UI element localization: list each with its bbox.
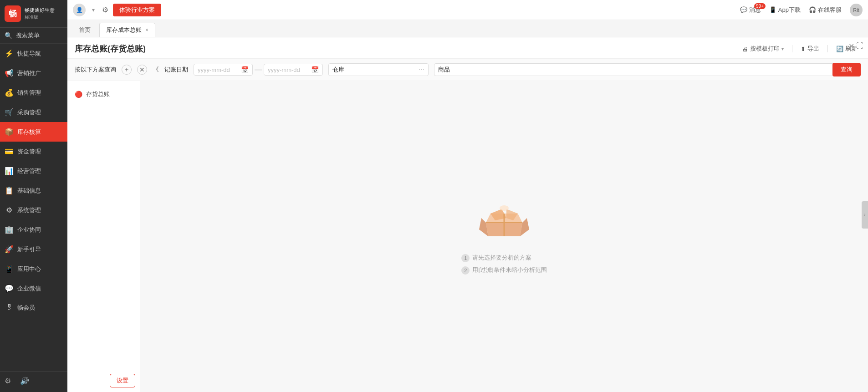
member-icon: 🎖 (5, 304, 14, 312)
date-label: 记账日期 (164, 66, 188, 74)
chevron-down-icon[interactable]: ▾ (92, 7, 95, 13)
filter-panel-item-label: 存货总账 (86, 90, 110, 98)
marketing-label: 营销推广 (17, 69, 41, 77)
page-header: 库存总账(存货总账) 🖨 按模板打印 ▾ ⬆ 导出 🔄 刷新 (67, 37, 868, 59)
settings-icon[interactable]: ⚙ (5, 377, 15, 387)
message-item[interactable]: 💬 消息 99+ (740, 6, 761, 14)
lower-area: 🔴 存货总账 设置 (67, 81, 868, 392)
date-separator: — (255, 66, 262, 74)
tab-home[interactable]: 首页 (72, 23, 97, 37)
empty-text-list: 1 请先选择要分析的方案 2 用[过滤]条件来缩小分析范围 (461, 254, 546, 278)
guide-icon: 🚀 (5, 245, 14, 254)
system-icon: ⚙ (5, 206, 14, 214)
header-settings-icon[interactable]: ⚙ (102, 5, 108, 14)
filter-collapse-icon[interactable]: 《 (153, 66, 159, 74)
date-end-placeholder: yyyy-mm-dd (268, 66, 300, 73)
sales-icon: 💰 (5, 88, 14, 97)
user-avatar-right: Rit (850, 4, 863, 16)
sidebar-search[interactable]: 🔍 搜索菜单 (0, 28, 67, 44)
corp-icon: 🏢 (5, 225, 14, 234)
operation-icon: 📊 (5, 167, 14, 175)
export-icon: ⬆ (801, 46, 806, 52)
settings-button[interactable]: 设置 (110, 374, 135, 387)
audio-icon[interactable]: 🔊 (20, 377, 31, 387)
inventory-icon: 📦 (5, 127, 14, 136)
warehouse-more-icon: ··· (419, 66, 424, 74)
sidebar: 畅 畅捷通好生意 标准版 🔍 搜索菜单 ⚡ 快捷导航 📢 营销推广 💰 销售管理… (0, 0, 67, 392)
wechat-label: 企业微信 (17, 285, 41, 293)
tab-label-home: 首页 (79, 26, 91, 34)
header-user-area: 👤 ▾ (73, 4, 95, 16)
sidebar-item-sales[interactable]: 💰 销售管理 (0, 83, 67, 102)
basic-icon: 📋 (5, 186, 14, 195)
warehouse-select[interactable]: 仓库 ··· (328, 63, 429, 76)
calendar-icon: 📅 (241, 66, 249, 73)
empty-tip-2-text: 用[过滤]条件来缩小分析范围 (472, 266, 546, 274)
date-end-input[interactable]: yyyy-mm-dd 📅 (264, 64, 323, 76)
sidebar-item-marketing[interactable]: 📢 营销推广 (0, 63, 67, 83)
member-label: 畅会员 (17, 304, 35, 312)
basic-label: 基础信息 (17, 187, 41, 195)
ledger-icon: 🔴 (75, 91, 82, 98)
sidebar-item-operation[interactable]: 📊 经营管理 (0, 161, 67, 181)
sidebar-item-guide[interactable]: 🚀 新手引导 (0, 239, 67, 259)
purchase-label: 采购管理 (17, 108, 41, 117)
main-content: 👤 ▾ ⚙ 体验行业方案 💬 消息 99+ 📱 App下载 🎧 在线客服 Rit (67, 0, 868, 392)
empty-illustration (477, 195, 531, 243)
warehouse-label: 仓库 (332, 66, 344, 74)
date-start-input[interactable]: yyyy-mm-dd 📅 (194, 64, 253, 76)
corp-label: 企业协同 (17, 226, 41, 234)
print-label: 按模板打印 (750, 45, 780, 53)
query-button[interactable]: 查询 (832, 63, 861, 76)
sidebar-item-finance[interactable]: 💳 资金管理 (0, 142, 67, 161)
sidebar-item-quick-nav[interactable]: ⚡ 快捷导航 (0, 44, 67, 63)
sidebar-logo-sub: 标准版 (25, 14, 55, 20)
empty-tip-1-text: 请先选择要分析的方案 (472, 254, 531, 262)
filter-close-button[interactable]: ✕ (137, 65, 147, 75)
print-button[interactable]: 🖨 按模板打印 ▾ (739, 43, 787, 55)
goods-label: 商品 (438, 66, 450, 74)
finance-label: 资金管理 (17, 148, 41, 156)
finance-icon: 💳 (5, 147, 14, 156)
empty-tip-2: 2 用[过滤]条件来缩小分析范围 (461, 266, 546, 275)
chevron-right-icon: › (864, 212, 865, 217)
page-title: 库存总账(存货总账) (75, 43, 739, 54)
empty-box-svg (477, 195, 531, 241)
sidebar-item-purchase[interactable]: 🛒 采购管理 (0, 102, 67, 122)
sidebar-item-member[interactable]: 🎖 畅会员 (0, 298, 67, 317)
close-panel-button[interactable]: ✕ (848, 42, 854, 51)
online-service-item[interactable]: 🎧 在线客服 (809, 6, 842, 14)
right-edge-tab[interactable]: › (862, 201, 868, 229)
tab-inventory-ledger[interactable]: 库存成本总账× (99, 23, 155, 37)
sidebar-item-basic[interactable]: 📋 基础信息 (0, 181, 67, 200)
system-label: 系统管理 (17, 206, 41, 214)
resize-panel-button[interactable]: ⛶ (856, 42, 863, 50)
filter-panel-inventory-ledger[interactable]: 🔴 存货总账 (67, 86, 140, 103)
sidebar-nav: ⚡ 快捷导航 📢 营销推广 💰 销售管理 🛒 采购管理 📦 库存核算 💳 资金管… (0, 44, 67, 372)
filter-bar: 按以下方案查询 ＋ ✕ 《 记账日期 yyyy-mm-dd 📅 — yyyy-m… (67, 59, 868, 81)
sidebar-item-wechat[interactable]: 💬 企业微信 (0, 279, 67, 298)
wechat-icon: 💬 (5, 284, 14, 293)
sidebar-item-corp[interactable]: 🏢 企业协同 (0, 220, 67, 239)
divider (827, 45, 828, 52)
trial-button[interactable]: 体验行业方案 (113, 4, 161, 16)
inventory-label: 库存核算 (17, 128, 41, 136)
divider (792, 45, 792, 52)
avatar: 👤 (73, 4, 86, 16)
message-icon: 💬 (740, 6, 747, 13)
goods-select[interactable]: 商品 ··· (434, 63, 861, 76)
tab-label-inventory-ledger: 库存成本总账 (106, 26, 142, 34)
sidebar-item-system[interactable]: ⚙ 系统管理 (0, 200, 67, 220)
tab-close-inventory-ledger[interactable]: × (145, 27, 148, 33)
sidebar-item-apps[interactable]: 📱 应用中心 (0, 259, 67, 279)
sidebar-item-inventory[interactable]: 📦 库存核算 (0, 122, 67, 142)
export-button[interactable]: ⬆ 导出 (797, 43, 823, 55)
sales-label: 销售管理 (17, 89, 41, 97)
chevron-down-icon: ▾ (781, 46, 784, 51)
step-1-icon: 1 (461, 254, 470, 262)
app-download-item[interactable]: 📱 App下载 (769, 6, 801, 14)
sidebar-logo-name: 畅捷通好生意 (25, 7, 55, 14)
date-start-placeholder: yyyy-mm-dd (198, 66, 230, 73)
filter-label: 按以下方案查询 (75, 66, 116, 74)
filter-add-button[interactable]: ＋ (122, 65, 132, 75)
